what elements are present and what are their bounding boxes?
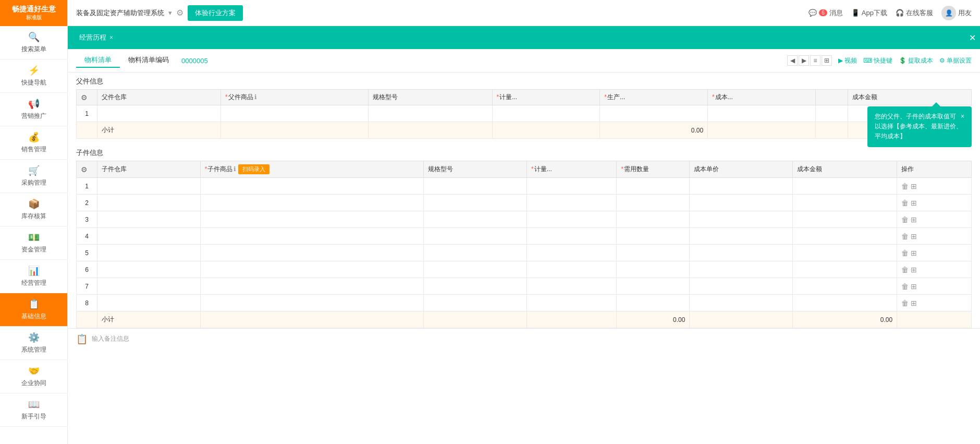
sidebar-item-采购管理[interactable]: 🛒采购管理 bbox=[0, 160, 67, 193]
child-spec-cell[interactable] bbox=[424, 195, 527, 211]
parent-goods-cell[interactable] bbox=[221, 105, 369, 122]
scan-btn[interactable]: 扫码录入 bbox=[238, 164, 270, 174]
child-goods-info-icon[interactable]: ℹ bbox=[234, 165, 236, 173]
parent-cost-cell[interactable] bbox=[708, 105, 816, 122]
nav-tab-经营历程[interactable]: 经营历程× bbox=[72, 26, 120, 49]
child-spec-cell[interactable] bbox=[424, 295, 527, 311]
child-unit-cost-cell[interactable] bbox=[690, 211, 793, 228]
view-btn[interactable]: ▶ 视频 bbox=[838, 56, 857, 65]
sidebar-item-快捷导航[interactable]: ⚡快捷导航 bbox=[0, 59, 67, 93]
child-warehouse-cell[interactable] bbox=[97, 261, 201, 278]
app-download-btn[interactable]: 📱 App下载 bbox=[851, 8, 887, 18]
child-warehouse-cell[interactable] bbox=[97, 245, 201, 261]
delete-icon[interactable]: 🗑 bbox=[901, 249, 909, 257]
child-goods-cell[interactable] bbox=[200, 261, 424, 278]
child-unit-cost-cell[interactable] bbox=[690, 178, 793, 195]
child-goods-cell[interactable] bbox=[200, 228, 424, 245]
child-goods-cell[interactable] bbox=[200, 278, 424, 295]
delete-icon[interactable]: 🗑 bbox=[901, 282, 909, 291]
child-unit-cost-cell[interactable] bbox=[690, 295, 793, 311]
delete-icon[interactable]: 🗑 bbox=[901, 232, 909, 241]
copy-icon[interactable]: ⊞ bbox=[911, 182, 917, 190]
shortcut-btn[interactable]: ⌨ 快捷键 bbox=[863, 56, 892, 65]
user-avatar[interactable]: 👤 用友 bbox=[941, 6, 972, 20]
child-warehouse-cell[interactable] bbox=[97, 295, 201, 311]
sidebar-item-基础信息[interactable]: 📋基础信息 bbox=[0, 293, 67, 327]
child-unit-cell[interactable] bbox=[527, 195, 617, 211]
message-btn[interactable]: 💬 6 消息 bbox=[808, 8, 843, 18]
delete-icon[interactable]: 🗑 bbox=[901, 182, 909, 190]
copy-icon[interactable]: ⊞ bbox=[911, 232, 917, 241]
child-warehouse-cell[interactable] bbox=[97, 195, 201, 211]
child-spec-cell[interactable] bbox=[424, 245, 527, 261]
parent-unit-cell[interactable] bbox=[492, 105, 600, 122]
child-unit-cell[interactable] bbox=[527, 245, 617, 261]
sidebar-item-搜索菜单[interactable]: 🔍搜索菜单 bbox=[0, 26, 67, 59]
child-goods-cell[interactable] bbox=[200, 245, 424, 261]
child-unit-cell[interactable] bbox=[527, 178, 617, 195]
sub-tab-bom-code[interactable]: 物料清单编码 bbox=[120, 53, 177, 68]
child-qty-cell[interactable] bbox=[617, 245, 690, 261]
child-unit-cell[interactable] bbox=[527, 211, 617, 228]
copy-icon[interactable]: ⊞ bbox=[911, 199, 917, 207]
delete-icon[interactable]: 🗑 bbox=[901, 199, 909, 207]
child-warehouse-cell[interactable] bbox=[97, 211, 201, 228]
child-qty-cell[interactable] bbox=[617, 278, 690, 295]
close-all-tabs-icon[interactable]: ✕ bbox=[969, 33, 976, 43]
sidebar-item-销售管理[interactable]: 💰销售管理 bbox=[0, 126, 67, 160]
tab-close-icon[interactable]: × bbox=[109, 34, 113, 41]
child-qty-cell[interactable] bbox=[617, 261, 690, 278]
child-unit-cell[interactable] bbox=[527, 295, 617, 311]
sidebar-item-资金管理[interactable]: 💵资金管理 bbox=[0, 226, 67, 260]
child-qty-cell[interactable] bbox=[617, 211, 690, 228]
child-spec-cell[interactable] bbox=[424, 278, 527, 295]
child-unit-cost-cell[interactable] bbox=[690, 261, 793, 278]
child-unit-cost-cell[interactable] bbox=[690, 245, 793, 261]
table-settings-icon[interactable]: ⚙ bbox=[81, 93, 88, 102]
child-qty-cell[interactable] bbox=[617, 195, 690, 211]
sidebar-item-企业协同[interactable]: 🤝企业协同 bbox=[0, 360, 67, 393]
sidebar-item-系统管理[interactable]: ⚙️系统管理 bbox=[0, 327, 67, 360]
child-goods-cell[interactable] bbox=[200, 295, 424, 311]
child-unit-cell[interactable] bbox=[527, 261, 617, 278]
bottom-note-text[interactable]: 输入备注信息 bbox=[92, 334, 129, 343]
nav-prev-icon[interactable]: ◀ bbox=[787, 55, 798, 66]
tooltip-close-icon[interactable]: × bbox=[961, 112, 964, 122]
trial-button[interactable]: 体验行业方案 bbox=[188, 5, 243, 21]
online-service-btn[interactable]: 🎧 在线客服 bbox=[896, 8, 933, 18]
child-warehouse-cell[interactable] bbox=[97, 278, 201, 295]
child-spec-cell[interactable] bbox=[424, 178, 527, 195]
settings-btn[interactable]: ⚙ 单据设置 bbox=[939, 56, 972, 65]
child-warehouse-cell[interactable] bbox=[97, 228, 201, 245]
child-goods-cell[interactable] bbox=[200, 178, 424, 195]
parent-warehouse-cell[interactable] bbox=[97, 105, 221, 122]
sidebar-item-经营管理[interactable]: 📊经营管理 bbox=[0, 260, 67, 293]
parent-production-cell[interactable] bbox=[600, 105, 708, 122]
child-warehouse-cell[interactable] bbox=[97, 178, 201, 195]
child-qty-cell[interactable] bbox=[617, 228, 690, 245]
copy-icon[interactable]: ⊞ bbox=[911, 249, 917, 257]
sidebar-item-营销推广[interactable]: 📢营销推广 bbox=[0, 93, 67, 126]
sidebar-item-新手引导[interactable]: 📖新手引导 bbox=[0, 393, 67, 427]
child-unit-cost-cell[interactable] bbox=[690, 228, 793, 245]
child-table-settings-icon[interactable]: ⚙ bbox=[81, 165, 88, 174]
nav-expand-icon[interactable]: ⊞ bbox=[822, 55, 832, 66]
delete-icon[interactable]: 🗑 bbox=[901, 215, 909, 224]
parent-goods-info-icon[interactable]: ℹ bbox=[254, 93, 257, 101]
child-unit-cell[interactable] bbox=[527, 228, 617, 245]
child-spec-cell[interactable] bbox=[424, 228, 527, 245]
child-spec-cell[interactable] bbox=[424, 211, 527, 228]
child-spec-cell[interactable] bbox=[424, 261, 527, 278]
nav-grid-icon[interactable]: ≡ bbox=[810, 55, 820, 66]
copy-icon[interactable]: ⊞ bbox=[911, 299, 917, 307]
copy-icon[interactable]: ⊞ bbox=[911, 266, 917, 274]
delete-icon[interactable]: 🗑 bbox=[901, 299, 909, 307]
gear-icon[interactable]: ⚙ bbox=[176, 8, 183, 18]
parent-spec-cell[interactable] bbox=[369, 105, 492, 122]
delete-icon[interactable]: 🗑 bbox=[901, 266, 909, 274]
child-unit-cost-cell[interactable] bbox=[690, 195, 793, 211]
child-unit-cell[interactable] bbox=[527, 278, 617, 295]
sub-tab-bom-list[interactable]: 物料清单 bbox=[76, 53, 120, 68]
child-goods-cell[interactable] bbox=[200, 195, 424, 211]
cost-btn[interactable]: 💲 提取成本 bbox=[899, 56, 933, 65]
